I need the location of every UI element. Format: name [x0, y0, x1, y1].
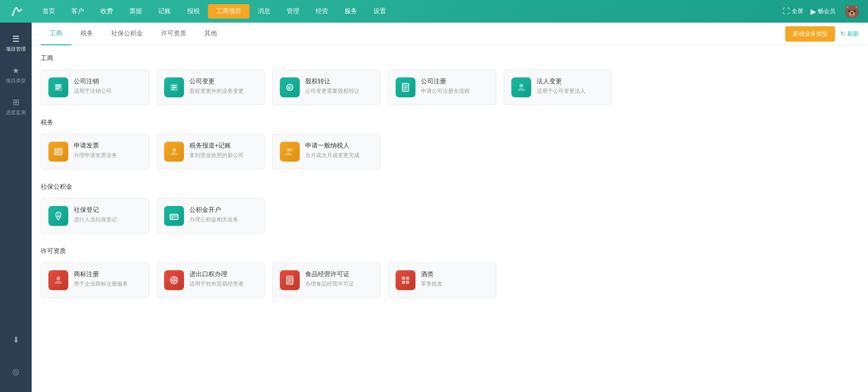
card-title-legal-person-change: 法人变更: [537, 77, 604, 86]
card-provident-fund[interactable]: 公积金开户 办理公积金相关业务: [156, 198, 265, 234]
card-icon-legal-person-change: [511, 77, 531, 97]
nav-items: 首页 客户 收费 票据 记账 报税 工商项目 消息 管理 经营 服务 设置: [34, 0, 783, 23]
tab-license[interactable]: 许可资质: [152, 23, 195, 45]
card-equity-transfer[interactable]: ¥ 股权转让 公司变更需要股权转让: [272, 70, 381, 105]
card-title-tax-report: 税务报道+记账: [189, 142, 257, 150]
card-tax-report[interactable]: 税务报道+记账 拿到营业执照的新公司: [156, 134, 265, 169]
tab-social-insurance[interactable]: 社保公积金: [102, 23, 152, 45]
cards-grid-business: 公司注销 适用于注销公司 公司变更 股权变更外的业务变更: [41, 70, 859, 105]
svg-point-7: [172, 148, 176, 152]
sidebar-item-progress-monitor[interactable]: ⊞ 进度监测: [0, 91, 32, 122]
logo: [7, 2, 25, 20]
card-desc-apply-invoice: 办理申请发票业务: [74, 152, 142, 159]
sidebar-item-location[interactable]: ◎: [0, 356, 32, 387]
svg-point-9: [290, 148, 293, 152]
cards-grid-social: 社保登记 进行人员社保登记 公积金开户 办理公积金相关业务: [41, 198, 859, 234]
card-title-alcohol: 酒类: [421, 270, 489, 278]
scroll-content[interactable]: 工商 公司注销 适用于注销公司: [32, 45, 868, 392]
nav-home[interactable]: 首页: [34, 0, 63, 23]
card-alcohol[interactable]: 酒类 零售批发: [388, 263, 496, 298]
download-icon: ⬇: [11, 335, 21, 345]
nav-settings[interactable]: 设置: [365, 0, 394, 23]
tab-other[interactable]: 其他: [195, 23, 226, 45]
card-title-equity-transfer: 股权转让: [305, 77, 373, 86]
card-desc-social-register: 进行人员社保登记: [74, 216, 142, 224]
card-import-export[interactable]: 进出口权办理 适用于对外贸易经营者: [156, 263, 265, 298]
card-trademark[interactable]: 商标注册 用于企业商标注册服务: [41, 263, 149, 298]
project-type-icon: ★: [11, 66, 21, 76]
card-desc-company-change: 股权变更外的业务变更: [189, 87, 257, 95]
card-title-company-register: 公司注册: [421, 77, 489, 86]
location-icon: ◎: [11, 367, 21, 377]
top-nav: 首页 客户 收费 票据 记账 报税 工商项目 消息 管理 经营 服务 设置 ⛶ …: [0, 0, 868, 23]
card-title-apply-taxpayer: 申请一般纳税人: [305, 142, 373, 150]
card-icon-trademark: [48, 270, 68, 290]
nav-bookkeeping[interactable]: 记账: [150, 0, 179, 23]
nav-customer[interactable]: 客户: [63, 0, 92, 23]
card-icon-equity-transfer: ¥: [280, 77, 300, 97]
refresh-button[interactable]: ↻ 刷新: [840, 30, 859, 38]
card-icon-alcohol: [396, 270, 415, 290]
card-food-license[interactable]: 食品经营许可证 办理食品经营许可证: [272, 263, 381, 298]
tabs-actions: 新增业务类型 ↻ 刷新: [785, 26, 859, 42]
nav-business[interactable]: 工商项目: [208, 4, 250, 19]
card-icon-provident-fund: [164, 206, 184, 226]
card-desc-tax-report: 拿到营业执照的新公司: [189, 152, 257, 159]
mascot: 🐻: [843, 2, 861, 20]
card-title-company-cancel: 公司注销: [74, 77, 142, 86]
card-desc-alcohol: 零售批发: [421, 280, 489, 288]
card-icon-apply-taxpayer: [280, 142, 300, 162]
section-social-insurance: 社保公积金 社保登记 进行人员社保登记: [41, 183, 859, 234]
tab-tax[interactable]: 税务: [71, 23, 102, 45]
nav-bill[interactable]: 票据: [121, 0, 150, 23]
section-title-business: 工商: [41, 54, 859, 62]
svg-point-0: [12, 14, 14, 16]
card-desc-company-register: 申请公司注册全流程: [421, 87, 489, 95]
card-icon-social-register: [48, 206, 68, 226]
section-business: 工商 公司注销 适用于注销公司: [41, 54, 859, 105]
add-business-type-button[interactable]: 新增业务类型: [785, 26, 835, 42]
card-company-register[interactable]: 公司注册 申请公司注册全流程: [388, 70, 496, 105]
fullscreen-btn[interactable]: ⛶ 全屏: [783, 7, 803, 15]
svg-rect-15: [402, 277, 405, 280]
card-title-provident-fund: 公积金开户: [189, 206, 257, 214]
left-sidebar: ☰ 项目管理 ★ 项目类型 ⊞ 进度监测 ⬇ ◎: [0, 23, 32, 392]
card-legal-person-change[interactable]: 法人变更 适用于公司变更法人: [504, 70, 612, 105]
card-desc-import-export: 适用于对外贸易经营者: [189, 280, 257, 288]
card-title-apply-invoice: 申请发票: [74, 142, 142, 150]
refresh-icon: ↻: [840, 30, 845, 37]
nav-tax-report[interactable]: 报税: [179, 0, 208, 23]
card-apply-invoice[interactable]: 申请发票 办理申请发票业务: [41, 134, 149, 169]
sidebar-item-project-manage[interactable]: ☰ 项目管理: [0, 27, 32, 59]
vip-btn[interactable]: ▶ 畅会员: [811, 7, 835, 16]
nav-fee[interactable]: 收费: [92, 0, 121, 23]
nav-service[interactable]: 服务: [336, 0, 365, 23]
sidebar-item-download[interactable]: ⬇: [0, 324, 32, 356]
card-company-cancel[interactable]: 公司注销 适用于注销公司: [41, 70, 149, 105]
svg-point-11: [172, 217, 173, 219]
section-title-social-insurance: 社保公积金: [41, 183, 859, 191]
card-desc-legal-person-change: 适用于公司变更法人: [537, 87, 604, 95]
card-apply-taxpayer[interactable]: 申请一般纳税人 当月或次月成变更完成: [272, 134, 381, 169]
nav-message[interactable]: 消息: [250, 0, 278, 23]
svg-point-5: [519, 84, 523, 87]
section-tax: 税务 申请发票 办理申请发票业务: [41, 119, 859, 169]
card-title-social-register: 社保登记: [74, 206, 142, 214]
main-layout: ☰ 项目管理 ★ 项目类型 ⊞ 进度监测 ⬇ ◎ 工商 税务 社保公积金: [0, 23, 868, 392]
card-company-change[interactable]: 公司变更 股权变更外的业务变更: [156, 70, 265, 105]
card-desc-provident-fund: 办理公积金相关业务: [189, 216, 257, 224]
nav-right: ⛶ 全屏 ▶ 畅会员 🐻: [783, 2, 861, 20]
card-title-food-license: 食品经营许可证: [305, 270, 373, 278]
project-manage-icon: ☰: [11, 34, 21, 44]
section-title-tax: 税务: [41, 119, 859, 127]
nav-operation[interactable]: 经营: [307, 0, 336, 23]
tab-business[interactable]: 工商: [41, 23, 71, 45]
sidebar-item-project-type[interactable]: ★ 项目类型: [0, 59, 32, 91]
card-title-trademark: 商标注册: [74, 270, 142, 278]
nav-manage[interactable]: 管理: [278, 0, 307, 23]
card-icon-company-register: [396, 77, 415, 97]
progress-monitor-icon: ⊞: [11, 97, 21, 107]
card-social-register[interactable]: 社保登记 进行人员社保登记: [41, 198, 149, 234]
card-desc-food-license: 办理食品经营许可证: [305, 280, 373, 288]
card-desc-trademark: 用于企业商标注册服务: [74, 280, 142, 288]
